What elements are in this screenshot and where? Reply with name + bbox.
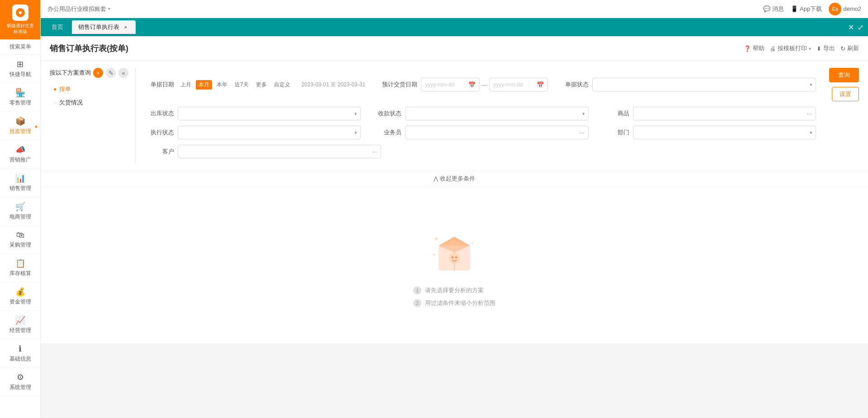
- salesperson-input[interactable]: ···: [405, 126, 588, 139]
- scheme-item-label: 欠货情况: [59, 99, 83, 107]
- calendar-icon2: 📅: [537, 81, 544, 88]
- topbar: 办公用品行业模拟账套 ▾ 💬 消息 📱 App下载 Ea demo2: [41, 0, 868, 18]
- tab-close-all-icon[interactable]: ✕: [848, 23, 854, 32]
- download-icon: 📱: [791, 5, 798, 12]
- empty-steps: 1 请先选择要分析的方案 2 用过滤条件来缩小分析范围: [413, 286, 495, 307]
- scheme-item-by-order[interactable]: ● 按单: [50, 82, 128, 96]
- tab-home[interactable]: 首页: [45, 20, 70, 34]
- sidebar-item-retail[interactable]: 🏪 零售管理: [0, 83, 40, 112]
- main-area: 办公用品行业模拟账套 ▾ 💬 消息 📱 App下载 Ea demo2 首页: [41, 0, 868, 418]
- finance-icon: 💰: [15, 287, 25, 297]
- search-menu[interactable]: 搜索菜单: [0, 39, 40, 55]
- shortcuts-icon: ⊞: [17, 59, 24, 69]
- collapse-label: 收起更多条件: [440, 175, 475, 183]
- dropdown-arrow-icon: ▾: [108, 6, 110, 11]
- dept-wrapper: [633, 126, 816, 139]
- collapse-scheme-btn[interactable]: «: [118, 68, 128, 78]
- scheme-item-shortage[interactable]: ○ 欠货情况: [50, 96, 128, 109]
- sidebar-item-system[interactable]: ⚙ 系统管理: [0, 368, 40, 396]
- date-range-display: 2023-03-01 至 2023-03-31: [302, 81, 365, 89]
- export-btn[interactable]: ⬇ 导出: [816, 44, 835, 52]
- export-icon: ⬇: [816, 45, 821, 52]
- refresh-label: 刷新: [847, 44, 859, 52]
- empty-state-icon: [427, 223, 481, 277]
- print-dropdown-icon: ▾: [809, 46, 811, 51]
- tab-expand-icon[interactable]: ⤢: [858, 23, 863, 32]
- expected-date-start[interactable]: yyyy-mm-dd 📅: [421, 78, 480, 91]
- collapse-btn[interactable]: ⋀ 收起更多条件: [434, 175, 475, 183]
- tab-sales-order[interactable]: 销售订单执行表 ×: [72, 20, 136, 34]
- edit-scheme-btn[interactable]: ✎: [106, 68, 116, 78]
- sidebar-item-label: 快捷导航: [9, 71, 31, 78]
- expected-date-end[interactable]: yyyy-mm-dd 📅: [489, 78, 548, 91]
- collapse-row: ⋀ 收起更多条件: [41, 171, 868, 186]
- filter-icons: + ✎ «: [93, 68, 128, 78]
- delivery-status-select[interactable]: [178, 107, 361, 120]
- sidebar-item-inventory[interactable]: 📋 库存核算: [0, 254, 40, 282]
- sidebar-item-ecommerce[interactable]: 🛒 电商管理: [0, 197, 40, 226]
- filter-label-row: 按以下方案查询 + ✎ «: [50, 68, 128, 78]
- sidebar-item-label: 电商管理: [9, 213, 31, 221]
- date-tab-this-year[interactable]: 本年: [214, 80, 230, 90]
- sidebar-item-label: 基础信息: [9, 355, 31, 363]
- sidebar-item-purchase[interactable]: 🛍 采购管理: [0, 226, 40, 254]
- app-subtitle: 标准版: [14, 28, 27, 35]
- avatar: Ea: [829, 3, 841, 15]
- sidebar-item-label: 批发管理: [9, 128, 31, 135]
- date-tab-last-7-days[interactable]: 近7天: [232, 80, 251, 90]
- refresh-btn[interactable]: ↻ 刷新: [840, 44, 859, 52]
- app-download-btn[interactable]: 📱 App下载: [791, 5, 822, 13]
- scheme-active-icon: ●: [53, 86, 57, 92]
- sidebar-item-wholesale[interactable]: 📦 批发管理 ▲: [0, 112, 40, 140]
- tab-close-icon[interactable]: ×: [122, 24, 129, 31]
- filter-panel: 按以下方案查询 + ✎ « ● 按单 ○ 欠货情况: [41, 61, 868, 171]
- customer-input[interactable]: ···: [178, 145, 381, 158]
- dept-select[interactable]: [633, 126, 816, 139]
- user-name: demo2: [843, 5, 861, 12]
- sidebar-item-label: 销售管理: [9, 185, 31, 192]
- sidebar-item-sales[interactable]: 📊 销售管理: [0, 169, 40, 197]
- inventory-icon: 📋: [15, 258, 25, 268]
- help-btn[interactable]: ❓ 帮助: [744, 44, 764, 52]
- sidebar-item-operations[interactable]: 📈 经营管理: [0, 311, 40, 339]
- chevron-icon: ▲: [34, 124, 38, 128]
- template-print-btn[interactable]: 🖨 按模板打印 ▾: [770, 44, 811, 52]
- execution-status-select[interactable]: [178, 126, 361, 139]
- filter-execution-status: 执行状态: [149, 126, 361, 139]
- app-logo[interactable]: 畅捷通好生意 标准版: [0, 0, 40, 39]
- goods-ellipsis-icon[interactable]: ···: [807, 110, 812, 117]
- sidebar-item-label: 营销推广: [9, 156, 31, 164]
- settings-btn[interactable]: 设置: [832, 87, 859, 101]
- scheme-item-label: 按单: [59, 85, 71, 93]
- query-btn[interactable]: 查询: [829, 68, 859, 82]
- page-title: 销售订单执行表(按单): [50, 43, 128, 61]
- salesperson-label: 业务员: [377, 128, 401, 137]
- sidebar-item-shortcuts[interactable]: ⊞ 快捷导航: [0, 55, 40, 83]
- user-menu[interactable]: Ea demo2: [829, 3, 861, 15]
- order-status-select[interactable]: [592, 78, 816, 91]
- sidebar-item-finance[interactable]: 💰 资金管理: [0, 282, 40, 311]
- message-btn[interactable]: 💬 消息: [763, 5, 784, 13]
- date-tab-more[interactable]: 更多: [253, 80, 269, 90]
- date-tab-last-month[interactable]: 上月: [178, 80, 194, 90]
- customer-ellipsis-icon[interactable]: ···: [372, 148, 377, 155]
- payment-status-select[interactable]: [405, 107, 588, 120]
- sidebar-item-basic-info[interactable]: ℹ 基础信息: [0, 339, 40, 368]
- add-scheme-btn[interactable]: +: [93, 68, 103, 78]
- retail-icon: 🏪: [15, 88, 25, 98]
- logo-icon: [12, 5, 28, 21]
- expected-date-range: yyyy-mm-dd 📅 — yyyy-mm-dd 📅: [421, 78, 548, 91]
- svg-point-6: [452, 256, 453, 258]
- goods-input[interactable]: ···: [633, 107, 816, 120]
- date-tab-custom[interactable]: 自定义: [271, 80, 293, 90]
- salesperson-ellipsis-icon[interactable]: ···: [579, 129, 585, 136]
- date-range-text: 2023-03-01 至 2023-03-31: [302, 81, 365, 89]
- order-status-select-wrapper: [592, 78, 816, 91]
- sidebar-item-marketing[interactable]: 📣 营销推广: [0, 140, 40, 169]
- app-name: 畅捷通好生意: [7, 23, 34, 28]
- date-tab-this-month[interactable]: 本月: [196, 80, 212, 90]
- breadcrumb-dropdown[interactable]: 办公用品行业模拟账套 ▾: [47, 5, 110, 13]
- filter-row-3: 执行状态 业务员 ··· 部门: [149, 126, 859, 139]
- payment-status-wrapper: [405, 107, 588, 120]
- empty-state: 1 请先选择要分析的方案 2 用过滤条件来缩小分析范围: [41, 187, 868, 343]
